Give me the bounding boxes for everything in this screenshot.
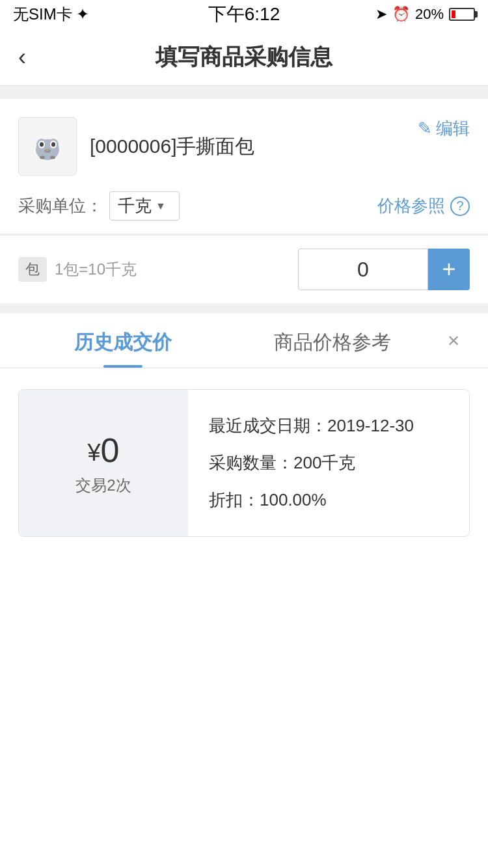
status-left: 无SIM卡 ✦ [13,4,89,25]
card-right: 最近成交日期：2019-12-30 采购数量：200千克 折扣：100.00% [188,390,469,536]
trade-count: 交易2次 [75,475,131,496]
qty-value: 200千克 [293,453,355,472]
edit-button[interactable]: ✎ 编辑 [418,117,470,140]
product-left: [0000006]手撕面包 [18,117,254,176]
price-value: 0 [101,431,120,469]
section-divider [0,303,488,314]
recent-date-row: 最近成交日期：2019-12-30 [209,413,448,439]
status-time: 下午6:12 [208,2,280,27]
product-footer: 采购单位： 千克 价格参照 ? [18,191,470,221]
product-thumbnail [18,117,77,176]
product-image [28,127,67,166]
status-bar: 无SIM卡 ✦ 下午6:12 ➤ ⏰ 20% [0,0,488,29]
svg-point-10 [50,156,55,159]
quantity-row: 包 1包=10千克 + [0,235,488,303]
price-ref-button[interactable]: 价格参照 ? [377,195,470,217]
qty-label: 采购数量： [209,453,293,472]
alarm-icon: ⏰ [392,6,410,23]
discount-label: 折扣： [209,490,260,509]
product-header: [0000006]手撕面包 ✎ 编辑 [18,117,470,176]
nav-bar: ‹ 填写商品采购信息 [0,29,488,86]
unit-value: 千克 [118,195,152,217]
discount-row: 折扣：100.00% [209,487,448,513]
svg-point-9 [40,156,45,159]
recent-date-label: 最近成交日期： [209,416,327,435]
back-button[interactable]: ‹ [18,44,26,71]
help-icon: ? [450,197,470,216]
edit-label: 编辑 [436,117,470,140]
edit-icon: ✎ [418,118,432,139]
tabs-header: 历史成交价 商品价格参考 × [0,314,488,368]
location-icon: ➤ [375,6,387,23]
quantity-label: 包 1包=10千克 [18,257,137,282]
unit-dropdown[interactable]: 千克 [109,191,180,221]
package-ratio: 1包=10千克 [55,259,137,280]
content-empty [0,558,488,868]
tab-content-history: ¥0 交易2次 最近成交日期：2019-12-30 采购数量：200千克 折扣：… [0,368,488,558]
signal-text: 无SIM卡 ✦ [13,4,89,25]
tab-close-button[interactable]: × [437,325,470,357]
quantity-input-group: + [298,249,470,290]
svg-point-5 [40,142,44,147]
product-section: [0000006]手撕面包 ✎ 编辑 采购单位： 千克 价格参照 ? [0,99,488,234]
svg-point-6 [51,142,55,147]
history-card: ¥0 交易2次 最近成交日期：2019-12-30 采购数量：200千克 折扣：… [18,389,470,537]
price-ref-label: 价格参照 [377,195,445,217]
recent-date-value: 2019-12-30 [327,416,414,435]
unit-section: 采购单位： 千克 [18,191,180,221]
unit-label: 采购单位： [18,195,103,217]
tab-price-reference[interactable]: 商品价格参考 [228,314,437,368]
package-label: 包 [25,260,40,279]
card-price: ¥0 [88,431,120,470]
discount-value: 100.00% [260,490,327,509]
battery-icon [449,8,475,21]
currency-symbol: ¥ [88,439,101,466]
status-right: ➤ ⏰ 20% [375,6,475,23]
page-title: 填写商品采购信息 [156,42,332,72]
quantity-input[interactable] [298,249,428,290]
tab-history-price[interactable]: 历史成交价 [18,314,228,368]
product-name: [0000006]手撕面包 [90,133,254,160]
quantity-plus-button[interactable]: + [428,249,470,290]
card-left: ¥0 交易2次 [19,390,188,536]
tab-section: 历史成交价 商品价格参考 × ¥0 交易2次 最近成交日期：2019-12-30… [0,314,488,558]
battery-percent: 20% [415,6,444,23]
package-icon: 包 [18,257,47,282]
qty-row: 采购数量：200千克 [209,450,448,476]
